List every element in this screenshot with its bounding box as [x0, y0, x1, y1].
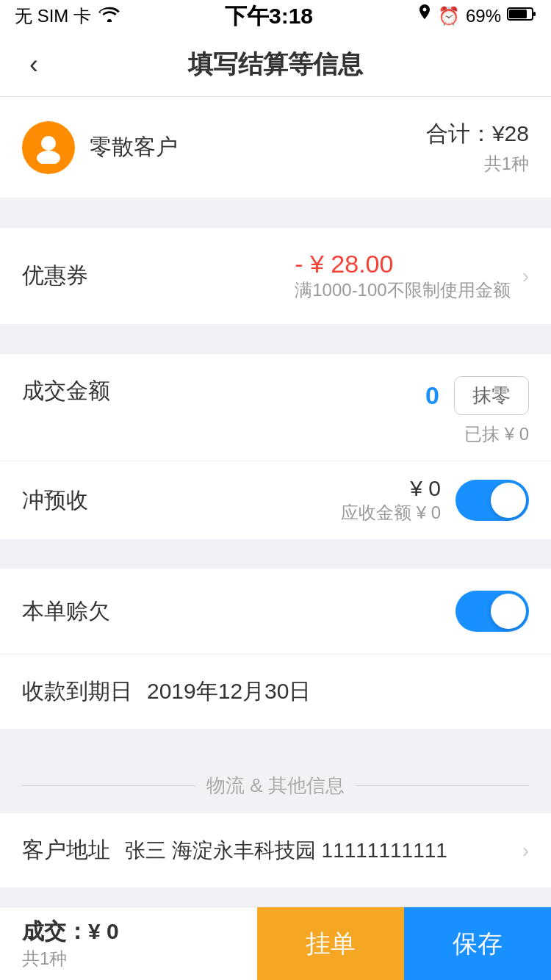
due-label: 收款到期日 [22, 677, 132, 707]
wifi-icon [98, 6, 120, 26]
pending-button[interactable]: 挂单 [257, 907, 404, 980]
prepay-right: ¥ 0 应收金额 ¥ 0 [341, 476, 529, 525]
deal-amount-row: 成交金额 0 抹零 [0, 353, 551, 422]
alarm-icon: ⏰ [438, 6, 460, 26]
logistics-label: 物流 & 其他信息 [206, 773, 345, 799]
deal-subtext: 已抹 ¥ 0 [0, 422, 551, 461]
coupon-row[interactable]: 优惠券 - ¥ 28.00 满1000-100不限制使用金额 › [0, 227, 551, 324]
coupon-right: - ¥ 28.00 满1000-100不限制使用金额 › [295, 250, 529, 302]
status-bar: 无 SIM 卡 下午3:18 ⏰ 69% [0, 0, 551, 32]
logistics-line-left [22, 785, 195, 786]
prepay-sub-value: 应收金额 ¥ 0 [341, 501, 441, 525]
debt-section: 本单赊欠 收款到期日 2019年12月30日 [0, 569, 551, 729]
debt-label: 本单赊欠 [22, 597, 110, 627]
bottom-deal-text: 成交： [22, 919, 88, 943]
deal-right: 0 抹零 [410, 376, 529, 415]
avatar [22, 121, 75, 174]
user-icon [32, 131, 65, 164]
debt-toggle[interactable] [455, 591, 529, 632]
separator-3 [0, 554, 551, 569]
bottom-deal-label: 成交：¥ 0 [22, 917, 235, 947]
svg-point-4 [37, 151, 60, 164]
prepay-label: 冲预收 [22, 486, 88, 516]
prepay-values: ¥ 0 应收金额 ¥ 0 [341, 476, 441, 525]
address-value: 张三 海淀永丰科技园 11111111111 [110, 837, 522, 865]
prepay-row: 冲预收 ¥ 0 应收金额 ¥ 0 [0, 461, 551, 539]
debt-row: 本单赊欠 [0, 569, 551, 654]
signal-text: 无 SIM 卡 [15, 4, 91, 28]
battery-icon [507, 6, 536, 26]
address-row[interactable]: 客户地址 张三 海淀永丰科技园 11111111111 › [0, 813, 551, 887]
coupon-value: - ¥ 28.00 [295, 250, 510, 278]
customer-row: 零散客户 合计：¥28 共1种 [0, 97, 551, 198]
svg-rect-2 [533, 12, 536, 16]
coupon-chevron-icon: › [522, 264, 529, 288]
deal-section: 成交金额 0 抹零 已抹 ¥ 0 冲预收 ¥ 0 应收金额 ¥ 0 [0, 353, 551, 539]
bottom-count: 共1种 [22, 947, 235, 970]
location-icon [417, 4, 432, 28]
svg-rect-1 [509, 10, 527, 18]
back-button[interactable]: ‹ [22, 42, 46, 87]
battery-level: 69% [466, 6, 501, 26]
coupon-label: 优惠券 [22, 261, 88, 291]
logistics-header: 物流 & 其他信息 [0, 758, 551, 813]
prepay-toggle[interactable] [455, 480, 529, 521]
total-count: 共1种 [426, 152, 529, 176]
customer-name: 零散客户 [90, 132, 178, 162]
customer-section: 零散客户 合计：¥28 共1种 [0, 97, 551, 198]
separator-4 [0, 743, 551, 758]
address-label: 客户地址 [22, 835, 110, 865]
separator-2 [0, 339, 551, 353]
page-title: 填写结算等信息 [188, 48, 363, 82]
due-value[interactable]: 2019年12月30日 [147, 677, 311, 707]
deal-value[interactable]: 0 [410, 381, 439, 410]
svg-point-3 [41, 136, 56, 151]
bottom-bar: 成交：¥ 0 共1种 挂单 保存 [0, 907, 551, 980]
bottom-deal-value: ¥ 0 [88, 919, 119, 943]
address-section: 客户地址 张三 海淀永丰科技园 11111111111 › [0, 813, 551, 887]
customer-total: 合计：¥28 共1种 [426, 119, 529, 176]
coupon-subtext: 满1000-100不限制使用金额 [295, 278, 510, 302]
save-button[interactable]: 保存 [404, 907, 551, 980]
prepay-main-value: ¥ 0 [341, 476, 441, 501]
deal-label: 成交金额 [22, 376, 110, 406]
address-chevron-icon: › [522, 839, 529, 862]
round-button[interactable]: 抹零 [454, 376, 529, 415]
status-left: 无 SIM 卡 [15, 4, 120, 28]
status-time: 下午3:18 [225, 1, 313, 32]
nav-bar: ‹ 填写结算等信息 [0, 32, 551, 97]
coupon-section[interactable]: 优惠券 - ¥ 28.00 满1000-100不限制使用金额 › [0, 227, 551, 324]
status-right: ⏰ 69% [417, 4, 536, 28]
customer-info: 零散客户 [22, 121, 178, 174]
total-value: 合计：¥28 [426, 119, 529, 149]
coupon-values: - ¥ 28.00 满1000-100不限制使用金额 [295, 250, 510, 302]
separator-1 [0, 212, 551, 227]
bottom-info: 成交：¥ 0 共1种 [0, 907, 257, 980]
debt-toggle-knob [491, 594, 526, 629]
due-date-row: 收款到期日 2019年12月30日 [0, 654, 551, 729]
toggle-knob [491, 483, 526, 518]
logistics-line-right [356, 785, 529, 786]
